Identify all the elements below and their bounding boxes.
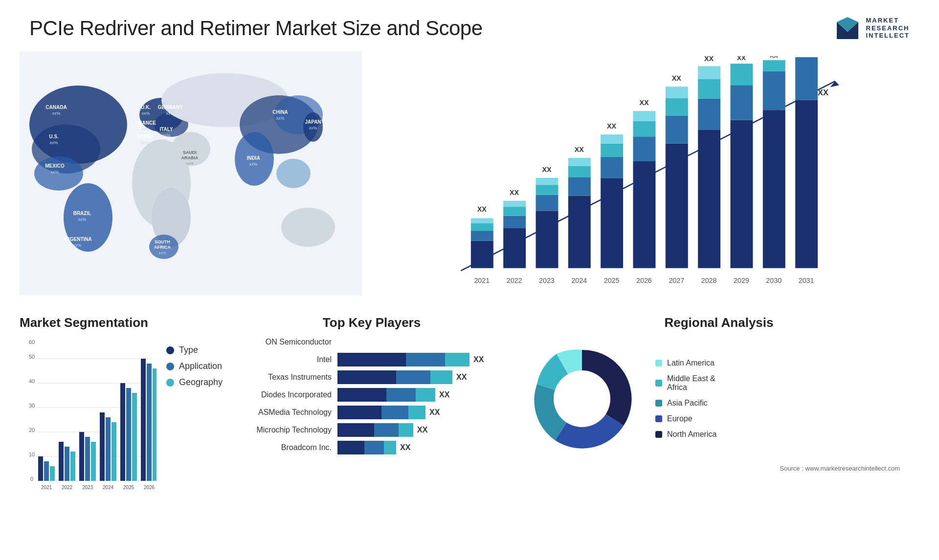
player-bar-container: XX — [337, 353, 504, 366]
donut-chart — [518, 335, 646, 462]
svg-text:U.K.: U.K. — [141, 105, 151, 110]
svg-text:2021: 2021 — [474, 277, 490, 284]
svg-text:MEXICO: MEXICO — [45, 163, 65, 169]
seg-legend: Type Application Geography — [166, 345, 223, 388]
svg-text:xx%: xx% — [50, 170, 59, 174]
svg-rect-135 — [70, 452, 75, 481]
svg-rect-86 — [633, 121, 655, 137]
svg-text:2025: 2025 — [604, 277, 620, 284]
seg-chart-svg: 0 10 20 30 40 50 60 2021 — [20, 335, 156, 511]
svg-text:2026: 2026 — [636, 277, 652, 284]
player-row: ON Semiconductor — [240, 335, 504, 349]
svg-text:xx%: xx% — [140, 140, 148, 145]
header: PCIe Redriver and Retimer Market Size an… — [0, 0, 939, 51]
svg-text:2026: 2026 — [144, 485, 155, 490]
svg-text:XX: XX — [575, 146, 584, 153]
player-bar-container: XX — [337, 370, 504, 384]
svg-text:2027: 2027 — [669, 277, 684, 284]
legend-type: Type — [166, 345, 223, 355]
svg-rect-62 — [503, 207, 526, 215]
svg-text:XX: XX — [607, 122, 617, 130]
svg-text:2024: 2024 — [571, 277, 587, 284]
svg-rect-143 — [112, 422, 116, 481]
svg-text:ITALY: ITALY — [159, 127, 173, 132]
application-dot — [166, 363, 174, 370]
svg-text:AFRICA: AFRICA — [154, 245, 171, 250]
svg-text:xx%: xx% — [166, 111, 174, 116]
svg-text:20: 20 — [29, 427, 35, 433]
svg-text:2021: 2021 — [41, 485, 52, 490]
north-america-dot — [655, 431, 662, 438]
bottom-section: Market Segmentation 0 10 20 30 40 50 60 — [0, 305, 939, 540]
svg-rect-97 — [698, 99, 720, 130]
svg-text:U.S.: U.S. — [49, 134, 59, 139]
svg-rect-98 — [698, 79, 720, 99]
svg-rect-85 — [633, 136, 655, 161]
player-name: Texas Instruments — [240, 373, 337, 382]
legend-north-america: North America — [655, 430, 716, 439]
svg-rect-145 — [120, 383, 125, 481]
regional-legend: Latin America Middle East &Africa Asia P… — [655, 359, 716, 439]
svg-point-153 — [554, 370, 610, 427]
svg-text:SOUTH: SOUTH — [155, 239, 170, 244]
regional-container: Latin America Middle East &Africa Asia P… — [518, 335, 919, 462]
svg-rect-107 — [763, 110, 785, 268]
svg-rect-104 — [730, 64, 753, 85]
svg-rect-57 — [471, 218, 493, 223]
svg-rect-108 — [763, 71, 785, 110]
player-name: ON Semiconductor — [240, 338, 337, 346]
svg-text:2030: 2030 — [766, 277, 782, 284]
svg-rect-150 — [147, 364, 152, 481]
svg-rect-109 — [763, 60, 785, 71]
svg-text:xx%: xx% — [78, 217, 86, 222]
svg-rect-75 — [568, 158, 591, 166]
svg-rect-80 — [601, 144, 623, 157]
svg-rect-66 — [536, 211, 559, 268]
svg-rect-87 — [633, 111, 655, 121]
svg-rect-134 — [65, 447, 69, 481]
svg-rect-147 — [132, 393, 137, 481]
player-bar — [337, 353, 470, 366]
logo-text: MARKET RESEARCH INTELLECT — [866, 17, 910, 40]
svg-rect-68 — [536, 185, 559, 194]
regional-analysis: Regional Analysis — [518, 315, 919, 530]
player-row: Broadcom Inc. XX — [240, 441, 504, 454]
bar-chart-area: XX 2021 XX 2022 XX 2023 XX 2024 — [372, 51, 919, 305]
seg-chart-container: 0 10 20 30 40 50 60 2021 — [20, 335, 225, 511]
svg-rect-56 — [471, 223, 493, 231]
player-name: Diodes Incorporated — [240, 390, 337, 399]
middle-east-dot — [655, 380, 662, 387]
svg-text:BRAZIL: BRAZIL — [73, 211, 91, 216]
svg-text:ARABIA: ARABIA — [181, 155, 199, 160]
svg-rect-61 — [503, 216, 526, 229]
latin-america-dot — [655, 360, 662, 366]
svg-text:xx%: xx% — [162, 133, 170, 138]
svg-text:XX: XX — [818, 88, 828, 97]
svg-rect-93 — [666, 86, 688, 98]
player-bar-container: XX — [337, 406, 504, 419]
svg-rect-131 — [50, 466, 55, 481]
legend-middle-east-africa: Middle East &Africa — [655, 374, 716, 392]
svg-rect-96 — [698, 130, 720, 268]
svg-text:SPAIN: SPAIN — [137, 134, 152, 139]
svg-text:xx%: xx% — [141, 111, 150, 116]
player-bar — [337, 370, 452, 384]
svg-rect-112 — [795, 100, 818, 268]
svg-rect-67 — [536, 195, 559, 211]
svg-text:xx%: xx% — [52, 111, 60, 116]
svg-rect-91 — [666, 115, 688, 143]
svg-text:xx%: xx% — [49, 140, 58, 145]
player-row: Intel XX — [240, 353, 504, 366]
svg-rect-139 — [91, 442, 96, 481]
player-row: Diodes Incorporated XX — [240, 388, 504, 402]
player-bar — [337, 388, 435, 402]
key-players-section: Top Key Players ON Semiconductor Intel — [235, 315, 509, 530]
svg-text:2023: 2023 — [539, 277, 555, 284]
svg-point-19 — [281, 208, 335, 247]
svg-text:2023: 2023 — [82, 485, 93, 490]
svg-text:50: 50 — [29, 354, 35, 360]
player-name: Microchip Technology — [240, 426, 337, 434]
player-bar-container: XX — [337, 388, 504, 402]
svg-text:xx%: xx% — [186, 161, 193, 166]
geography-dot — [166, 379, 174, 387]
